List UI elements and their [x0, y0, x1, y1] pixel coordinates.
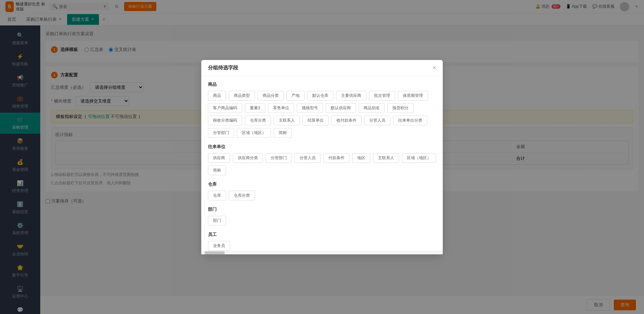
- field-tag-product-10[interactable]: 零售单位: [268, 103, 294, 113]
- field-tag-product-17[interactable]: 主联系人: [274, 116, 300, 125]
- field-tag-warehouse-0[interactable]: 仓库: [208, 191, 226, 200]
- field-section-warehouse-title: 仓库: [208, 181, 436, 187]
- field-tag-product-15[interactable]: 税收分类编码: [208, 116, 242, 125]
- field-section-product-title: 商品: [208, 81, 436, 87]
- field-tag-partner-2[interactable]: 分管部门: [266, 153, 292, 163]
- field-tag-product-5[interactable]: 主要供应商: [336, 91, 366, 101]
- field-tag-product-11[interactable]: 规格型号: [297, 103, 323, 113]
- field-section-product: 商品 商品 商品类型 商品分类 产地 默认仓库 主要供应商 批次管理 保质期管理…: [208, 81, 436, 138]
- field-tag-product-7[interactable]: 保质期管理: [398, 91, 428, 101]
- field-tag-product-6[interactable]: 批次管理: [369, 91, 395, 101]
- field-tag-partner-7[interactable]: 区域（地区）: [402, 153, 436, 163]
- field-section-dept: 部门 部门: [208, 206, 436, 226]
- product-field-tags: 商品 商品类型 商品分类 产地 默认仓库 主要供应商 批次管理 保质期管理 客户…: [208, 91, 436, 138]
- dept-field-tags: 部门: [208, 216, 436, 226]
- field-tag-warehouse-1[interactable]: 仓库分类: [229, 191, 255, 200]
- field-section-staff-title: 员工: [208, 232, 436, 238]
- field-tag-partner-4[interactable]: 付款条件: [323, 153, 350, 163]
- field-tag-dept-0[interactable]: 部门: [208, 216, 226, 226]
- field-tag-product-23[interactable]: 区域（地区）: [237, 128, 271, 138]
- modal-hscroll-thumb[interactable]: [205, 251, 225, 254]
- field-tag-product-13[interactable]: 商品别名: [359, 103, 385, 113]
- field-tag-product-2[interactable]: 商品分类: [258, 91, 284, 101]
- field-tag-product-19[interactable]: 收付款条件: [331, 116, 362, 125]
- modal-title: 分组待选字段: [208, 65, 238, 71]
- field-tag-partner-5[interactable]: 地区: [352, 153, 370, 163]
- field-tag-product-22[interactable]: 分管部门: [208, 128, 234, 138]
- field-tag-product-4[interactable]: 默认仓库: [307, 91, 333, 101]
- field-tag-product-9[interactable]: 重量3: [245, 103, 265, 113]
- field-tag-product-3[interactable]: 产地: [286, 91, 305, 101]
- modal-close-button[interactable]: ×: [432, 65, 436, 71]
- field-tag-product-21[interactable]: 往来单位分类: [393, 116, 427, 125]
- field-tag-product-8[interactable]: 客户商品编码: [208, 103, 242, 113]
- field-tag-product-14[interactable]: 拣货积分: [387, 103, 414, 113]
- modal-hscroll[interactable]: [201, 251, 443, 254]
- staff-field-tags: 业务员: [208, 241, 436, 251]
- partner-field-tags: 供应商 供应商分类 分管部门 分管人员 付款条件 地区 主联系人 区域（地区） …: [208, 153, 436, 175]
- field-tag-product-12[interactable]: 默认供应商: [326, 103, 356, 113]
- field-tag-product-1[interactable]: 商品类型: [229, 91, 255, 101]
- modal: 分组待选字段 × 商品 商品 商品类型 商品分类 产地 默认仓库 主要供应商 批…: [201, 60, 443, 254]
- field-tag-partner-0[interactable]: 供应商: [208, 153, 230, 163]
- field-tag-partner-6[interactable]: 主联系人: [373, 153, 399, 163]
- field-tag-partner-3[interactable]: 分管人员: [294, 153, 321, 163]
- modal-overlay: 分组待选字段 × 商品 商品 商品类型 商品分类 产地 默认仓库 主要供应商 批…: [0, 0, 644, 314]
- field-tag-product-18[interactable]: 结算单位: [303, 116, 329, 125]
- field-tag-staff-0[interactable]: 业务员: [208, 241, 230, 251]
- field-section-dept-title: 部门: [208, 206, 436, 212]
- field-tag-product-24[interactable]: 简称: [274, 128, 292, 138]
- field-tag-partner-8[interactable]: 简称: [208, 166, 226, 175]
- field-tag-product-16[interactable]: 仓库分类: [245, 116, 271, 125]
- field-tag-product-20[interactable]: 分管人员: [364, 116, 390, 125]
- field-section-staff: 员工 业务员: [208, 232, 436, 251]
- field-tag-partner-1[interactable]: 供应商分类: [233, 153, 263, 163]
- field-tag-product-0[interactable]: 商品: [208, 91, 226, 101]
- field-section-partner-title: 往来单位: [208, 144, 436, 150]
- modal-header: 分组待选字段 ×: [201, 60, 443, 76]
- warehouse-field-tags: 仓库 仓库分类: [208, 191, 436, 200]
- field-section-partner: 往来单位 供应商 供应商分类 分管部门 分管人员 付款条件 地区 主联系人 区域…: [208, 144, 436, 175]
- modal-body: 商品 商品 商品类型 商品分类 产地 默认仓库 主要供应商 批次管理 保质期管理…: [201, 76, 443, 251]
- field-section-warehouse: 仓库 仓库 仓库分类: [208, 181, 436, 200]
